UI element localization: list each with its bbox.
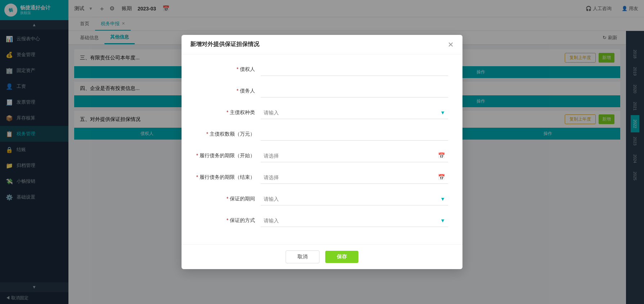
label-claim-type: * 主债权种类: [196, 109, 261, 116]
modal-close-button[interactable]: ✕: [448, 41, 454, 48]
field-creditor: * 债权人: [196, 63, 448, 76]
input-guarantee-method[interactable]: [261, 218, 440, 223]
label-period-end: * 履行债务的期限（结束）: [196, 174, 261, 181]
field-guarantee-period: * 保证的期间 ▼: [196, 192, 448, 205]
input-claim-amount[interactable]: [261, 128, 448, 141]
input-claim-type[interactable]: [261, 110, 440, 115]
chevron-down-icon[interactable]: ▼: [440, 110, 448, 115]
date-wrap-period-end: 📅: [261, 171, 448, 184]
label-debtor: * 债务人: [196, 88, 261, 94]
select-wrap-guarantee-method: ▼: [261, 214, 448, 227]
label-guarantee-method: * 保证的方式: [196, 217, 261, 224]
chevron-down-icon-2[interactable]: ▼: [440, 196, 448, 202]
cancel-button[interactable]: 取消: [286, 250, 319, 263]
field-period-end: * 履行债务的期限（结束） 📅: [196, 171, 448, 184]
modal-dialog: 新增对外提供保证担保情况 ✕ * 债权人 * 债务人: [182, 35, 462, 269]
select-wrap-guarantee-period: ▼: [261, 192, 448, 205]
field-claim-type: * 主债权种类 ▼: [196, 106, 448, 119]
field-debtor: * 债务人: [196, 85, 448, 97]
date-wrap-period-start: 📅: [261, 149, 448, 162]
input-period-start[interactable]: [261, 153, 438, 159]
label-guarantee-period: * 保证的期间: [196, 196, 261, 202]
chevron-down-icon-3[interactable]: ▼: [440, 218, 448, 223]
input-period-end[interactable]: [261, 174, 438, 180]
modal-body: * 债权人 * 债务人 * 主债权种类: [182, 54, 462, 244]
save-button[interactable]: 保存: [325, 251, 358, 263]
field-period-start: * 履行债务的期限（开始） 📅: [196, 149, 448, 162]
label-creditor: * 债权人: [196, 66, 261, 73]
input-creditor[interactable]: [261, 63, 448, 76]
calendar-start-icon[interactable]: 📅: [438, 152, 448, 159]
field-guarantee-method: * 保证的方式 ▼: [196, 214, 448, 227]
label-claim-amount: * 主债权数额（万元）: [196, 131, 261, 137]
modal-header: 新增对外提供保证担保情况 ✕: [182, 35, 462, 54]
input-guarantee-period[interactable]: [261, 196, 440, 202]
field-claim-amount: * 主债权数额（万元）: [196, 128, 448, 141]
calendar-end-icon[interactable]: 📅: [438, 174, 448, 181]
label-period-start: * 履行债务的期限（开始）: [196, 153, 261, 159]
modal-title: 新增对外提供保证担保情况: [190, 41, 259, 48]
modal-footer: 取消 保存: [182, 244, 462, 269]
select-wrap-claim-type: ▼: [261, 106, 448, 119]
modal-overlay: 新增对外提供保证担保情况 ✕ * 债权人 * 债务人: [0, 0, 644, 304]
input-debtor[interactable]: [261, 85, 448, 97]
